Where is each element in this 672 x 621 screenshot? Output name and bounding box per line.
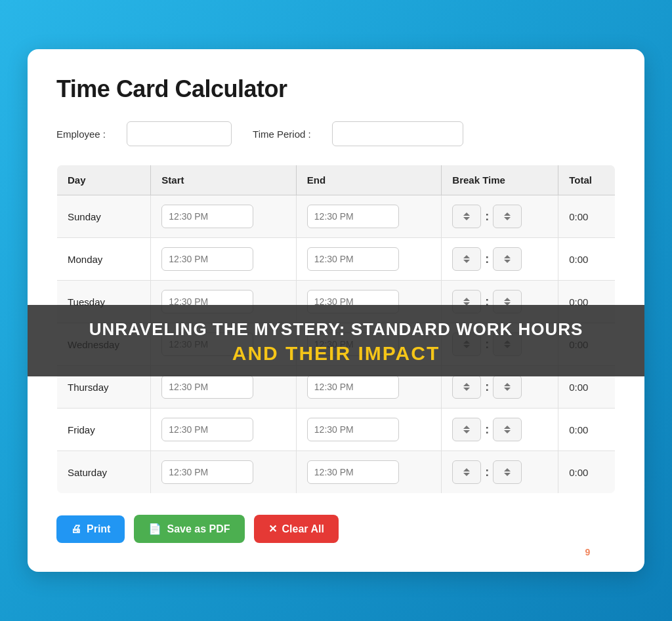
spinner-down-icon <box>463 388 470 391</box>
end-input[interactable] <box>307 290 399 313</box>
spinner-up-icon <box>463 426 470 429</box>
spinner-down-icon <box>463 302 470 306</box>
start-cell <box>151 451 296 494</box>
break-minutes-spinner[interactable] <box>493 290 522 313</box>
break-hours-spinner[interactable] <box>452 247 481 271</box>
end-input[interactable] <box>307 375 399 399</box>
break-minutes-spinner[interactable] <box>493 205 522 228</box>
print-button[interactable]: 🖨 Print <box>56 515 125 543</box>
start-input[interactable] <box>161 205 253 228</box>
end-input[interactable] <box>307 460 399 484</box>
end-cell <box>296 451 441 494</box>
end-input[interactable] <box>307 418 399 441</box>
break-minutes-spinner[interactable] <box>493 332 522 356</box>
day-cell: Sunday <box>57 195 151 238</box>
spinner-up-icon <box>504 255 511 258</box>
total-value: 0:00 <box>569 339 588 350</box>
day-label: Wednesday <box>68 339 119 350</box>
pdf-icon: 📄 <box>148 523 161 535</box>
spinner-up-icon <box>504 468 511 471</box>
spinner-down-icon <box>504 345 511 348</box>
col-header-total: Total <box>558 165 616 195</box>
break-minutes-spinner[interactable] <box>493 375 522 399</box>
total-value: 0:00 <box>569 467 588 478</box>
start-input[interactable] <box>161 375 253 399</box>
watermark-logo: 9 <box>578 543 597 561</box>
time-period-input[interactable] <box>332 121 463 146</box>
break-container: : <box>452 418 547 441</box>
break-hours-spinner[interactable] <box>452 418 481 441</box>
day-label: Thursday <box>68 382 109 393</box>
save-pdf-button[interactable]: 📄 Save as PDF <box>134 515 244 543</box>
day-label: Monday <box>68 254 102 265</box>
end-cell <box>296 366 441 409</box>
employee-input[interactable] <box>127 121 232 146</box>
table-row: Tuesday : 0:00 <box>57 281 616 323</box>
break-container: : <box>452 375 547 399</box>
start-input[interactable] <box>161 332 253 356</box>
spinner-down-icon <box>504 473 511 476</box>
break-hours-spinner[interactable] <box>452 290 481 313</box>
break-hours-spinner[interactable] <box>452 332 481 356</box>
col-header-break: Break Time <box>442 165 558 195</box>
day-label: Friday <box>68 424 95 435</box>
start-input[interactable] <box>161 418 253 441</box>
break-minutes-spinner[interactable] <box>493 247 522 271</box>
watermark: 9 SHUN <box>578 543 631 561</box>
break-colon: : <box>485 380 489 394</box>
spinner-down-icon <box>463 473 470 476</box>
clear-icon: ✕ <box>268 523 277 535</box>
break-cell: : <box>442 366 558 409</box>
start-cell <box>151 281 296 323</box>
spinner-up-icon <box>504 426 511 429</box>
col-header-start: Start <box>151 165 296 195</box>
table-row: Wednesday : 0:00 <box>57 323 616 366</box>
start-input[interactable] <box>161 460 253 484</box>
spinner-down-icon <box>463 430 470 433</box>
spinner-up-icon <box>463 212 470 216</box>
break-hours-spinner[interactable] <box>452 460 481 484</box>
col-header-end: End <box>296 165 441 195</box>
break-minutes-spinner[interactable] <box>493 460 522 484</box>
total-value: 0:00 <box>569 382 588 393</box>
break-hours-spinner[interactable] <box>452 205 481 228</box>
break-colon: : <box>485 210 489 224</box>
break-cell: : <box>442 323 558 366</box>
spinner-up-icon <box>463 255 470 258</box>
spinner-up-icon <box>504 212 511 216</box>
break-hours-spinner[interactable] <box>452 375 481 399</box>
clear-all-button[interactable]: ✕ Clear All <box>254 515 339 543</box>
end-input[interactable] <box>307 247 399 271</box>
col-header-day: Day <box>57 165 151 195</box>
day-cell: Friday <box>57 409 151 451</box>
spinner-down-icon <box>504 260 511 263</box>
day-label: Tuesday <box>68 296 105 308</box>
total-cell: 0:00 <box>558 323 616 366</box>
spinner-up-icon <box>504 298 511 301</box>
break-container: : <box>452 460 547 484</box>
end-input[interactable] <box>307 332 399 356</box>
day-label: Sunday <box>68 211 101 222</box>
break-cell: : <box>442 195 558 238</box>
spinner-down-icon <box>463 217 470 220</box>
table-row: Monday : 0:00 <box>57 238 616 281</box>
total-cell: 0:00 <box>558 451 616 494</box>
employee-row: Employee : Time Period : <box>56 121 616 146</box>
spinner-up-icon <box>463 340 470 344</box>
start-input[interactable] <box>161 247 253 271</box>
break-container: : <box>452 290 547 313</box>
start-input[interactable] <box>161 290 253 313</box>
total-value: 0:00 <box>569 254 588 265</box>
end-input[interactable] <box>307 205 399 228</box>
spinner-up-icon <box>463 468 470 471</box>
watermark-text: SHUN <box>600 547 631 558</box>
employee-label: Employee : <box>56 129 106 140</box>
spinner-up-icon <box>463 298 470 301</box>
break-colon: : <box>485 252 489 266</box>
spinner-down-icon <box>463 345 470 348</box>
break-minutes-spinner[interactable] <box>493 418 522 441</box>
break-cell: : <box>442 409 558 451</box>
total-cell: 0:00 <box>558 366 616 409</box>
total-cell: 0:00 <box>558 409 616 451</box>
break-cell: : <box>442 281 558 323</box>
